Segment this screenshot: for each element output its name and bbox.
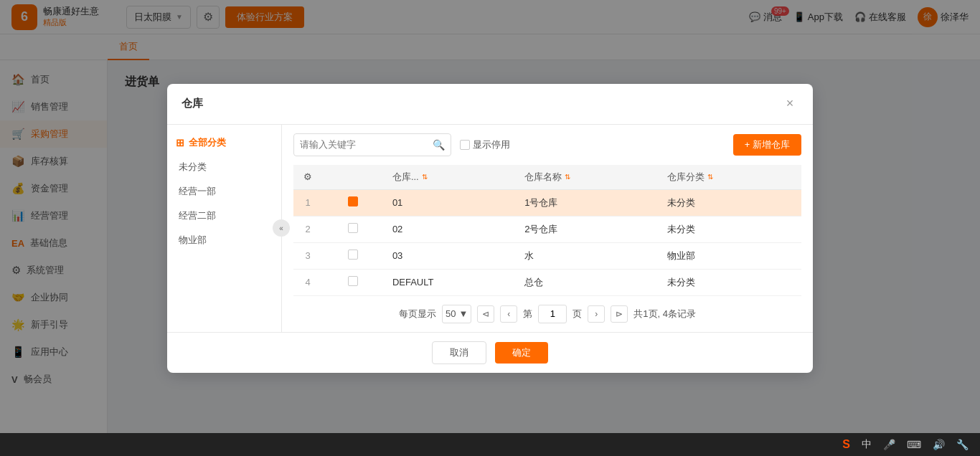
page-label: 第	[523, 308, 532, 320]
last-page-button[interactable]: ⊳	[611, 305, 628, 323]
close-icon[interactable]: ×	[781, 95, 798, 113]
row-code-1: 01	[384, 189, 516, 216]
table-body: 1 01 1号仓库 未分类 2	[293, 189, 801, 295]
row-name-4: 总仓	[516, 269, 659, 295]
s-logo-icon: S	[842, 438, 850, 451]
sort-name-icon[interactable]: ⇅	[565, 173, 570, 181]
row-code-2: 02	[384, 216, 516, 242]
add-warehouse-button[interactable]: + 新增仓库	[733, 134, 801, 156]
warehouse-table: ⚙ 仓库... ⇅ 仓库名称	[293, 165, 801, 296]
row-code-4: DEFAULT	[384, 269, 516, 295]
row-category-1: 未分类	[659, 189, 801, 216]
next-page-button[interactable]: ›	[588, 305, 605, 323]
per-page-value: 50	[446, 308, 456, 319]
table-row[interactable]: 2 02 2号仓库 未分类	[293, 216, 801, 242]
th-settings: ⚙	[293, 165, 322, 190]
th-name: 仓库名称 ⇅	[516, 165, 659, 190]
row-code-3: 03	[384, 242, 516, 269]
speaker-icon[interactable]: 🔊	[933, 439, 945, 450]
modal-footer: 取消 确定	[167, 332, 813, 373]
row-name-3: 水	[516, 242, 659, 269]
modal-title: 仓库	[182, 97, 203, 110]
th-checkbox	[322, 165, 384, 190]
total-info: 共1页, 4条记录	[633, 308, 696, 320]
bottom-bar: S 中 🎤 ⌨ 🔊 🔧	[0, 433, 980, 456]
row-num-4: 4	[293, 269, 322, 295]
category-item-dept1[interactable]: 经营一部	[167, 179, 281, 204]
modal-overlay: 仓库 × ⊞ 全部分类 未分类 经营一部 经营二部 物业部 «	[0, 0, 980, 456]
category-item-property[interactable]: 物业部	[167, 228, 281, 252]
settings-tray-icon[interactable]: 🔧	[956, 439, 969, 450]
row-category-4: 未分类	[659, 269, 801, 295]
category-item-unclassified[interactable]: 未分类	[167, 155, 281, 179]
row-checkbox-3[interactable]	[322, 242, 384, 269]
show-disabled-label: 显示停用	[473, 138, 510, 151]
table-row[interactable]: 3 03 水 物业部	[293, 242, 801, 269]
row-category-2: 未分类	[659, 216, 801, 242]
all-categories-item[interactable]: ⊞ 全部分类	[167, 130, 281, 155]
th-category: 仓库分类 ⇅	[659, 165, 801, 190]
chinese-icon: 中	[862, 438, 872, 451]
all-categories-label: 全部分类	[189, 136, 226, 149]
table-area: 🔍 显示停用 + 新增仓库 ⚙	[282, 125, 813, 332]
modal-body: ⊞ 全部分类 未分类 经营一部 经营二部 物业部 « 🔍	[167, 125, 813, 332]
table-row[interactable]: 4 DEFAULT 总仓 未分类	[293, 269, 801, 295]
row-checkbox-2[interactable]	[322, 216, 384, 242]
table-toolbar: 🔍 显示停用 + 新增仓库	[282, 125, 813, 165]
row-name-1: 1号仓库	[516, 189, 659, 216]
disabled-checkbox[interactable]	[460, 140, 470, 150]
row-category-3: 物业部	[659, 242, 801, 269]
table-header: ⚙ 仓库... ⇅ 仓库名称	[293, 165, 801, 190]
category-sidebar: ⊞ 全部分类 未分类 经营一部 经营二部 物业部 «	[167, 125, 282, 332]
sort-code-icon[interactable]: ⇅	[422, 173, 428, 181]
show-disabled-toggle[interactable]: 显示停用	[460, 138, 510, 151]
per-page-select[interactable]: 50 ▼	[442, 305, 471, 323]
data-table: ⚙ 仓库... ⇅ 仓库名称	[293, 165, 801, 296]
per-page-label: 每页显示	[399, 308, 436, 320]
row-checkbox-4[interactable]	[322, 269, 384, 295]
row-num-1: 1	[293, 189, 322, 216]
category-item-dept2[interactable]: 经营二部	[167, 204, 281, 228]
dropdown-arrow-icon: ▼	[458, 308, 468, 319]
row-name-2: 2号仓库	[516, 216, 659, 242]
search-input[interactable]	[300, 139, 433, 150]
page-number-input[interactable]	[538, 305, 567, 323]
row-num-3: 3	[293, 242, 322, 269]
keyboard-icon[interactable]: ⌨	[907, 439, 921, 450]
cancel-button[interactable]: 取消	[432, 341, 486, 364]
collapse-sidebar-button[interactable]: «	[273, 219, 290, 237]
warehouse-modal: 仓库 × ⊞ 全部分类 未分类 经营一部 经营二部 物业部 «	[167, 84, 813, 373]
pagination: 每页显示 50 ▼ ⊲ ‹ 第 页 › ⊳ 共1页, 4条记录	[282, 296, 813, 332]
modal-header: 仓库 ×	[167, 84, 813, 125]
row-num-2: 2	[293, 216, 322, 242]
prev-page-button[interactable]: ‹	[500, 305, 517, 323]
confirm-button[interactable]: 确定	[495, 342, 548, 364]
mic-icon[interactable]: 🎤	[883, 439, 895, 450]
search-icon[interactable]: 🔍	[433, 139, 445, 151]
page-suffix: 页	[573, 308, 582, 320]
th-code: 仓库... ⇅	[384, 165, 516, 190]
grid-icon: ⊞	[176, 137, 184, 148]
row-checkbox-1[interactable]	[322, 189, 384, 216]
table-row[interactable]: 1 01 1号仓库 未分类	[293, 189, 801, 216]
sort-category-icon[interactable]: ⇅	[707, 173, 713, 181]
first-page-button[interactable]: ⊲	[477, 305, 494, 323]
search-box: 🔍	[293, 133, 451, 156]
